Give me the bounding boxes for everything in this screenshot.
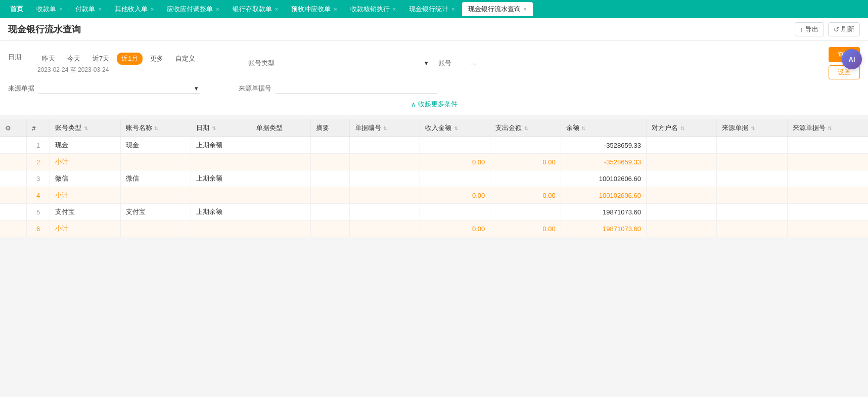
cell-1: 2 [27,154,50,170]
col-income[interactable]: 收入金额 ⇅ [420,119,490,137]
cell-5 [251,154,311,170]
col-account_type[interactable]: 账号类型 ⇅ [50,119,120,137]
source-doc-group: 来源单据 ▾ [8,83,200,94]
cell-2: 小计 [50,220,120,237]
collapse-bar[interactable]: ∧ 收起更多条件 [8,98,860,111]
tab-close[interactable]: × [334,6,337,12]
cell-4 [191,154,251,170]
col-counterparty[interactable]: 对方户名 ⇅ [646,119,716,137]
date-btn-今天[interactable]: 今天 [63,53,85,65]
cell-8 [420,170,490,187]
sort-icon: ⇅ [82,125,88,131]
cell-6 [311,170,349,187]
cell-10: -3528659.33 [561,137,646,154]
date-btn-昨天[interactable]: 昨天 [37,53,60,65]
cell-11 [646,220,716,237]
cell-5 [251,170,311,187]
col-balance[interactable]: 余额 ⇅ [561,119,646,137]
tab-label: 收款单 [36,5,56,14]
cell-3 [120,154,191,170]
cell-3 [120,187,191,204]
account-label: 账号 [438,59,464,68]
table-body: 1现金现金上期余额-3528659.332小计0.000.00-3528659.… [0,137,868,237]
date-range-display: 2023-02-24 至 2023-03-24 [37,66,200,74]
cell-11 [646,137,716,154]
account-dots[interactable]: ··· [468,59,479,68]
refresh-button[interactable]: ↺ 刷新 [828,22,860,36]
cell-6 [311,204,349,220]
sort-icon: ⇅ [679,125,684,131]
col-doc_type: 单据类型 [251,119,311,137]
ai-label: Ai [849,56,855,63]
cell-5 [251,137,311,154]
date-btn-更多[interactable]: 更多 [146,53,168,65]
date-btn-近1月[interactable]: 近1月 [117,53,143,65]
nav-tab-付款单[interactable]: 付款单× [69,2,107,16]
tab-label: 付款单 [75,5,95,14]
cell-4 [191,187,251,204]
nav-tab-现金银行流水查询[interactable]: 现金银行流水查询× [462,2,533,16]
nav-tab-应收应付调整单[interactable]: 应收应付调整单× [161,2,225,16]
export-label: 导出 [805,25,818,34]
nav-tab-预收冲应收单[interactable]: 预收冲应收单× [285,2,343,16]
cell-9: 0.00 [490,220,561,237]
cell-10: 19871073.60 [561,204,646,220]
tab-close[interactable]: × [451,6,454,12]
nav-home[interactable]: 首页 [4,2,29,16]
account-group: 账号 ··· [438,59,479,68]
cell-4: 上期余额 [191,170,251,187]
sort-icon: ⇅ [523,125,528,131]
tab-close[interactable]: × [98,6,101,12]
filter-row-2: 来源单据 ▾ 来源单据号 [8,83,860,94]
nav-tab-收款核销执行[interactable]: 收款核销执行× [344,2,402,16]
col-date[interactable]: 日期 ⇅ [191,119,251,137]
sort-icon: ⇅ [452,125,458,131]
cell-0 [0,170,27,187]
cell-6 [311,154,349,170]
cell-1: 4 [27,187,50,204]
tab-close[interactable]: × [216,6,219,12]
cell-13 [787,187,868,204]
tab-close[interactable]: × [59,6,62,12]
cell-9: 0.00 [490,154,561,170]
cell-8 [420,137,490,154]
ai-badge[interactable]: Ai [842,49,862,69]
cell-3: 微信 [120,170,191,187]
cell-5 [251,204,311,220]
source-doc-num-input[interactable] [276,83,437,94]
col-doc_num[interactable]: 单据编号 ⇅ [349,119,420,137]
date-btn-近7天[interactable]: 近7天 [88,53,114,65]
cell-12 [717,220,787,237]
source-doc-num-group: 来源单据号 [239,83,437,94]
col-account_name[interactable]: 账号名称 ⇅ [120,119,191,137]
cell-10: -3528659.33 [561,154,646,170]
sort-icon: ⇅ [827,125,832,131]
nav-tab-银行存取款单[interactable]: 银行存取款单× [226,2,284,16]
cell-3 [120,220,191,237]
col-source_doc[interactable]: 来源单据 ⇅ [717,119,787,137]
export-icon: ↑ [800,26,804,33]
cell-0 [0,154,27,170]
sort-icon: ⇅ [580,125,586,131]
header-actions: ↑ 导出 ↺ 刷新 [795,22,860,36]
col-expense[interactable]: 支出金额 ⇅ [490,119,561,137]
cell-7 [349,204,420,220]
source-doc-select[interactable]: ▾ [38,83,200,94]
col-settings[interactable]: ⚙ [0,119,27,137]
tab-close[interactable]: × [275,6,278,12]
account-type-select[interactable]: ▾ [279,58,430,68]
tab-close[interactable]: × [524,6,527,12]
nav-tab-收款单[interactable]: 收款单× [30,2,68,16]
export-button[interactable]: ↑ 导出 [795,22,825,36]
tab-close[interactable]: × [393,6,396,12]
col-source_doc_num[interactable]: 来源单据号 ⇅ [787,119,868,137]
source-doc-label: 来源单据 [8,84,34,93]
tab-close[interactable]: × [151,6,154,12]
nav-tab-现金银行统计[interactable]: 现金银行统计× [403,2,461,16]
cell-12 [717,204,787,220]
nav-tab-其他收入单[interactable]: 其他收入单× [109,2,160,16]
date-btn-自定义[interactable]: 自定义 [171,53,200,65]
cell-9 [490,170,561,187]
tab-label: 现金银行统计 [409,5,448,14]
page-header: 现金银行流水查询 ↑ 导出 ↺ 刷新 [0,18,868,41]
